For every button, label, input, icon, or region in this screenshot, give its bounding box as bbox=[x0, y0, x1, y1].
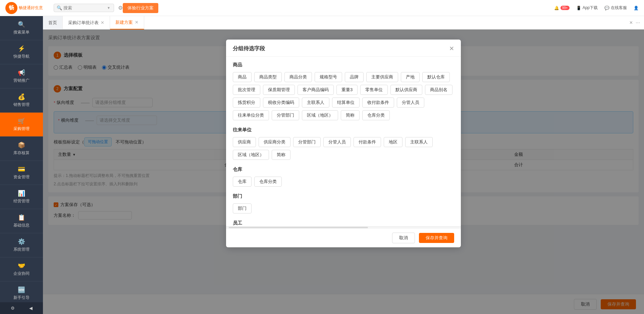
modal-cancel-btn[interactable]: 取消 bbox=[392, 233, 415, 243]
tab-home[interactable]: 首页 bbox=[43, 16, 63, 29]
field-tag[interactable]: 商品 bbox=[233, 72, 252, 82]
field-tag[interactable]: 地区 bbox=[384, 137, 402, 147]
sidebar-item-search[interactable]: 🔍 搜索菜单 bbox=[0, 16, 43, 40]
sidebar-item-label: 企业协同 bbox=[13, 271, 30, 276]
gear-settings[interactable]: ⚙ bbox=[118, 5, 123, 11]
online-service-label: 在线客服 bbox=[611, 5, 627, 11]
field-tag[interactable]: 产地 bbox=[401, 72, 420, 82]
online-service[interactable]: 💬 在线客服 bbox=[604, 5, 627, 11]
app-logo: 畅 畅捷通好生意 bbox=[5, 2, 48, 14]
field-group-partner-title: 往来单位 bbox=[233, 127, 454, 133]
sidebar-item-label: 销售管理 bbox=[13, 102, 30, 108]
field-tag[interactable]: 仓库分类 bbox=[362, 110, 390, 120]
trial-btn[interactable]: 体验行业方案 bbox=[123, 3, 158, 13]
field-tag[interactable]: 结算单位 bbox=[332, 98, 360, 108]
tab-new-plan[interactable]: 新建方案 ✕ bbox=[110, 16, 144, 29]
warehouse-field-tags: 仓库 仓库分类 bbox=[233, 177, 454, 187]
top-nav-right: 🔔 99+ 📱 App下载 💬 在线客服 👤 bbox=[554, 5, 639, 11]
message-center[interactable]: 🔔 99+ bbox=[554, 6, 570, 10]
message-icon: 🔔 bbox=[554, 6, 559, 10]
modal-footer: 取消 保存并查询 bbox=[226, 228, 461, 247]
field-group-staff-title: 员工 bbox=[233, 220, 454, 226]
sidebar-item-sales[interactable]: 💰 销售管理 bbox=[0, 88, 43, 113]
field-tag[interactable]: 规格型号 bbox=[315, 72, 342, 82]
collapse-icon[interactable]: ◀ bbox=[29, 306, 33, 311]
field-tag[interactable]: 主要供应商 bbox=[366, 72, 398, 82]
tab-bar-close-icon[interactable]: ✕ bbox=[629, 20, 633, 25]
field-group-department: 部门 部门 bbox=[233, 193, 454, 213]
field-tag[interactable]: 区域（地区） bbox=[302, 110, 338, 120]
app-download-label: App下载 bbox=[583, 5, 598, 11]
tab-purchase-close[interactable]: ✕ bbox=[101, 20, 104, 25]
cooperation-icon: 🤝 bbox=[18, 262, 25, 269]
field-tag[interactable]: 供应商 bbox=[233, 137, 256, 147]
field-group-warehouse-title: 仓库 bbox=[233, 167, 454, 173]
search-icon: 🔍 bbox=[18, 21, 25, 28]
gear-icon[interactable]: ⚙ bbox=[118, 5, 123, 11]
sidebar-item-inventory[interactable]: 📦 库存核算 bbox=[0, 137, 43, 161]
field-tag[interactable]: 部门 bbox=[233, 203, 252, 213]
logo-icon: 畅 bbox=[5, 2, 17, 14]
field-tag[interactable]: 简称 bbox=[272, 150, 290, 160]
sidebar-item-quick-nav[interactable]: ⚡ 快捷导航 bbox=[0, 40, 43, 64]
base-info-icon: 📋 bbox=[18, 214, 25, 221]
field-tag[interactable]: 主联系人 bbox=[405, 137, 433, 147]
field-tag[interactable]: 主联系人 bbox=[302, 98, 329, 108]
sidebar-item-finance[interactable]: 💳 资金管理 bbox=[0, 161, 43, 185]
field-tag[interactable]: 分管人员 bbox=[323, 137, 351, 147]
guide-icon: 🆕 bbox=[18, 286, 25, 294]
sidebar-item-label: 资金管理 bbox=[13, 174, 30, 180]
field-group-goods-title: 商品 bbox=[233, 62, 454, 68]
sidebar-item-operations[interactable]: 📊 经营管理 bbox=[0, 185, 43, 209]
tab-new-plan-close[interactable]: ✕ bbox=[135, 20, 139, 25]
settings-bottom-icon[interactable]: ⚙ bbox=[11, 306, 15, 311]
field-tag[interactable]: 区域（地区） bbox=[233, 150, 269, 160]
field-tag[interactable]: 商品别名 bbox=[425, 85, 452, 95]
sidebar-item-label: 采购管理 bbox=[13, 126, 30, 132]
tab-purchase-table[interactable]: 采购订单统计表 ✕ bbox=[63, 16, 110, 29]
app-download[interactable]: 📱 App下载 bbox=[576, 5, 598, 11]
system-icon: ⚙️ bbox=[18, 238, 25, 245]
field-tag[interactable]: 拣货积分 bbox=[233, 98, 260, 108]
field-tag[interactable]: 分管人员 bbox=[397, 98, 424, 108]
modal-confirm-btn[interactable]: 保存并查询 bbox=[419, 233, 454, 243]
field-tag[interactable]: 简称 bbox=[341, 110, 360, 120]
field-tag[interactable]: 仓库 bbox=[233, 177, 252, 187]
field-tag[interactable]: 默认仓库 bbox=[422, 72, 450, 82]
field-tag[interactable]: 批次管理 bbox=[233, 85, 260, 95]
field-tag[interactable]: 保质期管理 bbox=[263, 85, 295, 95]
avatar-icon: 👤 bbox=[634, 6, 639, 10]
sidebar-item-cooperation[interactable]: 🤝 企业协同 bbox=[0, 257, 43, 281]
sidebar-item-system[interactable]: ⚙️ 系统管理 bbox=[0, 233, 43, 257]
field-tag[interactable]: 付款条件 bbox=[354, 137, 381, 147]
sidebar-item-purchase[interactable]: 🛒 采购管理 bbox=[0, 113, 43, 137]
field-tag[interactable]: 税收分类编码 bbox=[263, 98, 299, 108]
quick-nav-icon: ⚡ bbox=[18, 45, 25, 52]
field-tag[interactable]: 分管部门 bbox=[293, 137, 321, 147]
goods-field-tags: 商品 商品类型 商品分类 规格型号 品牌 主要供应商 产地 默认仓库 批次管理 … bbox=[233, 72, 454, 120]
field-tag[interactable]: 分管部门 bbox=[272, 110, 299, 120]
field-tag[interactable]: 客户商品编码 bbox=[298, 85, 334, 95]
user-avatar[interactable]: 👤 bbox=[634, 6, 639, 10]
field-tag[interactable]: 重量3 bbox=[336, 85, 358, 95]
field-tag[interactable]: 往来单位分类 bbox=[233, 110, 269, 120]
tab-bar-more-icon[interactable]: ⋯ bbox=[636, 20, 640, 25]
sidebar: 🔍 搜索菜单 ⚡ 快捷导航 📢 营销推广 💰 销售管理 🛒 采购管理 📦 库存核… bbox=[0, 16, 43, 314]
field-tag[interactable]: 供应商分类 bbox=[259, 137, 290, 147]
sidebar-item-marketing[interactable]: 📢 营销推广 bbox=[0, 64, 43, 88]
field-tag[interactable]: 商品类型 bbox=[254, 72, 282, 82]
nav-search-box[interactable]: 🔍 ▼ bbox=[54, 4, 114, 12]
partner-field-tags: 供应商 供应商分类 分管部门 分管人员 付款条件 地区 主联系人 区域（地区） … bbox=[233, 137, 454, 160]
field-tag[interactable]: 零售单位 bbox=[360, 85, 388, 95]
sidebar-item-base-info[interactable]: 📋 基础信息 bbox=[0, 209, 43, 233]
field-tag[interactable]: 收付款条件 bbox=[362, 98, 394, 108]
field-tag[interactable]: 品牌 bbox=[345, 72, 364, 82]
modal-close-btn[interactable]: ✕ bbox=[449, 45, 454, 52]
field-tag[interactable]: 商品分类 bbox=[284, 72, 312, 82]
hscroll-thumb[interactable] bbox=[229, 227, 368, 228]
field-tag[interactable]: 仓库分类 bbox=[254, 177, 282, 187]
modal-body[interactable]: 商品 商品 商品类型 商品分类 规格型号 品牌 主要供应商 产地 默认仓库 批次… bbox=[226, 57, 461, 226]
field-tag[interactable]: 默认供应商 bbox=[390, 85, 422, 95]
modal-header: 分组待选字段 ✕ bbox=[226, 40, 461, 57]
nav-search-input[interactable] bbox=[63, 5, 107, 10]
